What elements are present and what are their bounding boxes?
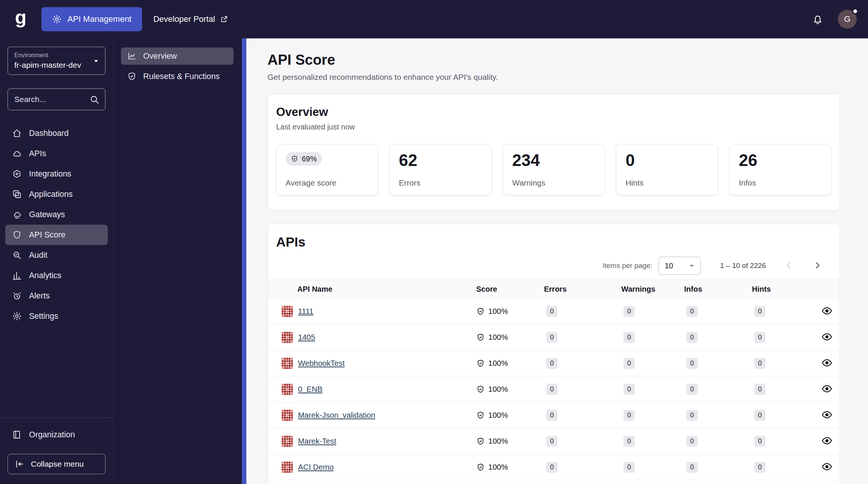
score-value: 100% (488, 385, 508, 394)
items-per-page-select[interactable]: 10 (659, 257, 701, 275)
sidebar-item-integrations[interactable]: Integrations (5, 164, 108, 184)
view-api-button[interactable] (821, 383, 833, 396)
avatar-status-dot (852, 8, 858, 14)
page-size-value: 10 (665, 262, 673, 270)
sidebar-item-settings[interactable]: Settings (5, 306, 108, 326)
errors-badge: 0 (546, 332, 558, 343)
view-api-button[interactable] (821, 461, 833, 473)
api-name-link[interactable]: WebhookTest (298, 359, 345, 368)
collapse-icon (15, 459, 24, 469)
infos-badge: 0 (686, 306, 698, 317)
sidebar-item-label: Settings (29, 312, 58, 321)
previous-page-button[interactable] (783, 260, 795, 271)
api-name-link[interactable]: 1405 (298, 333, 315, 342)
brand-logo[interactable]: g (11, 8, 30, 27)
search-input[interactable] (14, 95, 89, 104)
eye-icon (821, 383, 833, 395)
next-page-button[interactable] (812, 260, 823, 271)
chart-line-icon (127, 51, 137, 61)
eye-icon (821, 331, 833, 343)
table-row: 1405 100% 0 0 0 0 (268, 324, 840, 350)
chevron-down-icon (688, 262, 696, 270)
environment-label: Environment (14, 52, 87, 59)
sidebar-item-gateways[interactable]: Gateways (5, 204, 108, 225)
sidebar-divider (0, 417, 113, 418)
api-name-link[interactable]: ACI Demo (298, 463, 334, 472)
score-value: 100% (488, 333, 508, 342)
sidebar-item-alerts[interactable]: Alerts (5, 286, 108, 306)
sidebar-item-dashboard[interactable]: Dashboard (5, 123, 108, 143)
warnings-badge: 0 (623, 332, 635, 343)
apis-card: APIs Items per page: 10 1 – 10 of 2226 (267, 224, 840, 484)
paginator: Items per page: 10 1 – 10 of 2226 (268, 252, 840, 280)
collapse-menu-label: Collapse menu (31, 460, 84, 469)
user-avatar[interactable]: G (838, 10, 857, 29)
infos-cell: 0 (684, 306, 752, 317)
score-shield-icon (476, 333, 485, 342)
column-header-errors: Errors (544, 285, 621, 294)
api-name-link[interactable]: Marek-Test (298, 437, 336, 446)
main-content: API Score Get personalized recommendatio… (246, 38, 868, 484)
errors-badge: 0 (546, 436, 558, 447)
api-score-cell: 100% (476, 359, 544, 368)
eye-icon (821, 435, 833, 447)
score-value: 100% (488, 359, 508, 368)
api-name-link[interactable]: 0_ENB (298, 385, 322, 394)
gateways-icon (12, 210, 22, 219)
infos-badge: 0 (686, 462, 698, 473)
submenu-item-rulesets-functions[interactable]: Rulesets & Functions (121, 68, 234, 85)
errors-cell: 0 (544, 410, 621, 421)
table-row: ACI Demo 100% 0 0 0 0 (268, 454, 840, 480)
analytics-icon (12, 271, 22, 280)
api-avatar (280, 382, 294, 396)
sidebar-item-organization[interactable]: Organization (5, 425, 108, 445)
sidebar-item-analytics[interactable]: Analytics (5, 265, 108, 286)
infos-cell: 0 (684, 410, 752, 421)
overview-card: Overview Last evaluated just now 69% Ave… (267, 94, 840, 211)
sidebar-spacer (0, 326, 113, 417)
view-api-button[interactable] (821, 331, 833, 344)
errors-badge: 0 (546, 410, 558, 421)
errors-badge: 0 (546, 306, 558, 317)
developer-portal-link[interactable]: Developer Portal (153, 14, 228, 24)
stat-value: 0 (625, 152, 709, 169)
api-name-cell: 0_ENB (268, 382, 476, 396)
audit-icon (12, 250, 22, 260)
api-name-link[interactable]: Marek-Json_validation (298, 411, 375, 420)
shield-check-icon (127, 72, 137, 81)
api-name-link[interactable]: 1111 (298, 307, 313, 316)
sidebar-item-audit[interactable]: Audit (5, 245, 108, 265)
sidebar-item-label: Alerts (29, 291, 50, 301)
sidebar-item-api-score[interactable]: API Score (5, 225, 108, 245)
warnings-cell: 0 (621, 462, 684, 473)
api-management-button[interactable]: API Management (41, 7, 142, 31)
hints-badge: 0 (754, 462, 766, 473)
column-header-warnings: Warnings (621, 285, 684, 294)
items-per-page-label: Items per page: (602, 262, 652, 270)
eye-icon (821, 409, 833, 421)
hints-cell: 0 (752, 332, 814, 343)
column-header-hints: Hints (752, 285, 814, 294)
sidebar-item-label: Audit (29, 251, 47, 260)
errors-badge: 0 (546, 462, 558, 473)
hints-cell: 0 (752, 462, 814, 473)
environment-select[interactable]: Environment fr-apim-master-dev (8, 47, 105, 75)
stat-value: 62 (399, 152, 482, 169)
table-row: Marek-Json_validation 100% 0 0 0 0 (268, 402, 840, 428)
view-api-button[interactable] (821, 409, 833, 422)
gear-icon (52, 14, 62, 24)
view-api-button[interactable] (821, 305, 833, 318)
collapse-menu-button[interactable]: Collapse menu (8, 454, 105, 474)
view-api-button[interactable] (821, 357, 833, 370)
score-shield-icon (476, 359, 485, 368)
score-value: 100% (488, 437, 508, 446)
submenu-item-overview[interactable]: Overview (121, 47, 234, 65)
sidebar: Environment fr-apim-master-dev Dashboard… (0, 38, 113, 484)
errors-cell: 0 (544, 462, 621, 473)
view-api-button[interactable] (821, 435, 833, 447)
hints-cell: 0 (752, 358, 814, 369)
home-icon (12, 128, 22, 138)
notifications-bell-icon[interactable] (812, 14, 824, 25)
sidebar-item-applications[interactable]: Applications (5, 184, 108, 204)
sidebar-item-apis[interactable]: APIs (5, 143, 108, 164)
